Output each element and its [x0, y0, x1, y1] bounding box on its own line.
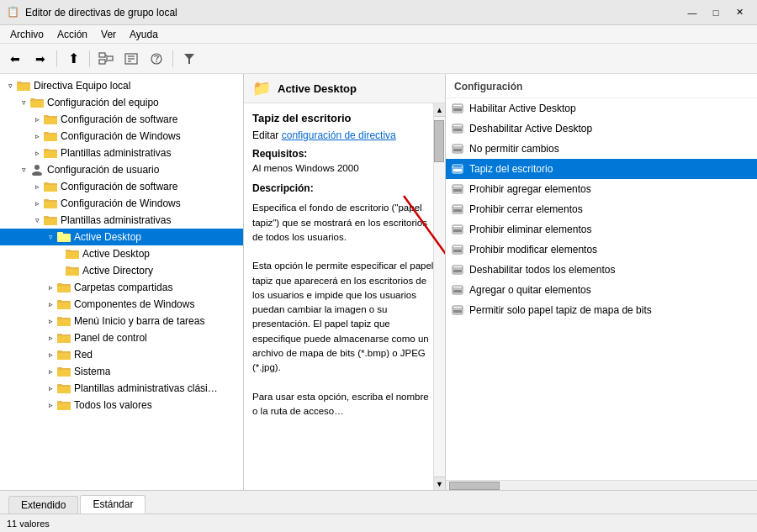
settings-item-no-permitir[interactable]: No permitir cambios — [446, 139, 757, 159]
settings-hscroll-thumb[interactable] — [449, 482, 500, 490]
toolbar-show-tree[interactable] — [94, 47, 118, 71]
tree-componentes[interactable]: ▹ Componentes de Windows — [0, 296, 243, 313]
settings-item-prohibir-cerrar[interactable]: Prohibir cerrar elementos — [446, 199, 757, 219]
expand-componentes[interactable]: ▹ — [44, 298, 57, 311]
tree-plantillas-admin-e[interactable]: ▹ Plantillas administrativas — [0, 145, 243, 161]
svg-rect-42 — [66, 252, 79, 259]
expand-plantillas-clasicas[interactable]: ▹ — [44, 382, 57, 395]
expand-plantillas-admin-u[interactable]: ▿ — [30, 213, 44, 227]
menu-ver[interactable]: Ver — [94, 27, 123, 42]
expand-config-software-e[interactable]: ▹ — [30, 113, 44, 126]
tree-config-usuario[interactable]: ▿ Configuración de usuario — [0, 161, 243, 178]
expand-menu-inicio[interactable]: ▹ — [44, 314, 57, 328]
tree-plantillas-admin-u[interactable]: ▿ Plantillas administrativas — [0, 212, 243, 229]
maximize-button[interactable]: □ — [705, 4, 727, 21]
expand-config-usuario[interactable]: ▿ — [17, 163, 30, 176]
settings-list: Habilitar Active Desktop Deshabilitar Ac… — [446, 98, 757, 480]
toolbar-help[interactable] — [145, 47, 168, 71]
toolbar-properties[interactable] — [119, 47, 143, 71]
expand-active-directory[interactable] — [57, 264, 66, 277]
tree-config-equipo[interactable]: ▿ Configuración del equipo — [0, 94, 243, 111]
settings-hscrollbar[interactable] — [446, 480, 757, 490]
svg-rect-36 — [44, 219, 57, 225]
menu-archivo[interactable]: Archivo — [3, 27, 50, 42]
desc-scrollbar[interactable]: ▲ ▼ — [433, 103, 445, 490]
expand-config-equipo[interactable]: ▿ — [17, 96, 30, 109]
expand-sistema[interactable]: ▹ — [44, 365, 57, 378]
settings-item-deshabilitar-todos[interactable]: Deshabilitar todos los elementos — [446, 260, 757, 280]
tree-root[interactable]: ▿ Directiva Equipo local — [0, 77, 243, 94]
settings-item-deshabilitar[interactable]: Deshabilitar Active Desktop — [446, 119, 757, 139]
svg-rect-25 — [44, 151, 57, 158]
expand-config-windows-e[interactable]: ▹ — [30, 129, 44, 143]
svg-rect-19 — [44, 118, 57, 124]
plantillas-admin-u-label: Plantillas administrativas — [61, 214, 171, 226]
settings-item-prohibir-agregar[interactable]: Prohibir agregar elementos — [446, 179, 757, 199]
tree-active-desktop-parent[interactable]: ▿ Active Desktop — [0, 229, 243, 245]
svg-rect-39 — [57, 232, 63, 235]
settings-item-tapiz[interactable]: Tapiz del escritorio — [446, 159, 757, 179]
tree-active-directory[interactable]: Active Directory — [0, 262, 243, 279]
toolbar-back[interactable]: ⬅ — [3, 47, 27, 71]
svg-rect-26 — [44, 149, 49, 151]
expand-todos-valores[interactable]: ▹ — [44, 398, 57, 412]
tree-carpetas-compartidas[interactable]: ▹ Carpetas compartidas — [0, 279, 243, 296]
settings-item-permitir-mapa[interactable]: Permitir solo papel tapiz de mapa de bit… — [446, 300, 757, 320]
settings-item-prohibir-eliminar[interactable]: Prohibir eliminar elementos — [446, 219, 757, 240]
toolbar-forward[interactable]: ➡ — [29, 47, 52, 71]
svg-rect-40 — [59, 235, 69, 241]
svg-rect-96 — [453, 249, 462, 252]
tree-config-software-u[interactable]: ▹ Configuración de software — [0, 178, 243, 195]
tree-plantillas-clasicas[interactable]: ▹ Plantillas administrativas clási… — [0, 380, 243, 397]
svg-rect-64 — [57, 367, 62, 370]
desc-folder-icon: 📁 — [252, 79, 271, 97]
svg-rect-75 — [453, 108, 462, 111]
expand-plantillas-admin-e[interactable]: ▹ — [30, 146, 44, 160]
folder-icon-plantillas-clasicas — [57, 382, 71, 394]
menu-accion[interactable]: Acción — [50, 27, 94, 42]
expand-red[interactable]: ▹ — [44, 348, 57, 361]
close-button[interactable]: ✕ — [728, 4, 750, 21]
expand-active-desktop-parent[interactable]: ▿ — [44, 230, 57, 244]
tree-config-software-e[interactable]: ▹ Configuración de software — [0, 111, 243, 128]
tree-sistema[interactable]: ▹ Sistema — [0, 363, 243, 380]
expand-config-windows-u[interactable]: ▹ — [30, 197, 44, 210]
settings-item-prohibir-modificar[interactable]: Prohibir modificar elementos — [446, 240, 757, 260]
tree-active-desktop-child[interactable]: Active Desktop — [0, 245, 243, 262]
scroll-thumb[interactable] — [434, 120, 444, 162]
tree-config-windows-u[interactable]: ▹ Configuración de Windows — [0, 195, 243, 212]
title-bar: 📋 Editor de directivas de grupo local — … — [0, 0, 757, 25]
folder-icon-1 — [44, 113, 57, 125]
settings-label-habilitar: Habilitar Active Desktop — [469, 103, 576, 114]
tree-todos-valores[interactable]: ▹ Todos los valores — [0, 397, 243, 413]
svg-rect-2 — [107, 56, 113, 61]
tree-menu-inicio[interactable]: ▹ Menú Inicio y barra de tareas — [0, 313, 243, 329]
tree-red[interactable]: ▹ Red — [0, 346, 243, 363]
tree-config-windows-e[interactable]: ▹ Configuración de Windows — [0, 128, 243, 145]
settings-icon-prohibir-eliminar — [451, 223, 464, 236]
svg-rect-13 — [17, 84, 30, 91]
toolbar-up[interactable]: ⬆ — [61, 47, 85, 71]
tab-extendido[interactable]: Extendido — [8, 496, 78, 514]
svg-rect-49 — [57, 283, 62, 286]
folder-icon-red — [57, 349, 71, 361]
expand-panel-control[interactable]: ▹ — [44, 331, 57, 345]
expand-root[interactable]: ▿ — [3, 79, 17, 92]
scroll-up-btn[interactable]: ▲ — [434, 103, 445, 117]
toolbar-filter[interactable] — [177, 47, 201, 71]
menu-ayuda[interactable]: Ayuda — [123, 27, 165, 42]
settings-item-agregar-quitar[interactable]: Agregar o quitar elementos — [446, 280, 757, 300]
scroll-down-btn[interactable]: ▼ — [434, 477, 445, 490]
expand-config-software-u[interactable]: ▹ — [30, 180, 44, 193]
desc-edit-link[interactable]: configuración de directiva — [282, 129, 396, 141]
expand-carpetas-compartidas[interactable]: ▹ — [44, 281, 57, 294]
folder-icon-menu-inicio — [57, 315, 71, 327]
folder-icon-active-directory — [66, 265, 79, 277]
svg-rect-0 — [99, 53, 105, 57]
tree-panel-control[interactable]: ▹ Panel de control — [0, 329, 243, 346]
settings-item-habilitar[interactable]: Habilitar Active Desktop — [446, 98, 757, 119]
tab-estandar[interactable]: Estándar — [80, 495, 146, 514]
expand-active-desktop-child[interactable] — [57, 247, 66, 261]
minimize-button[interactable]: — — [681, 4, 703, 21]
folder-icon-componentes — [57, 298, 71, 310]
